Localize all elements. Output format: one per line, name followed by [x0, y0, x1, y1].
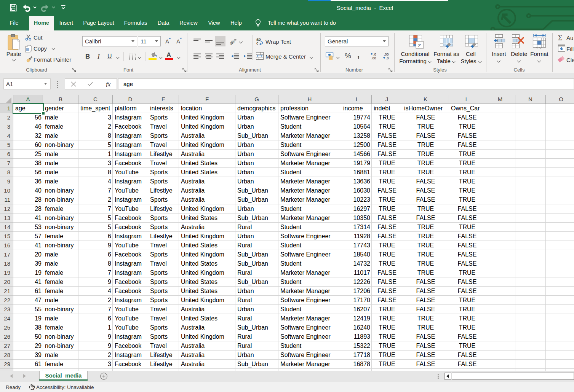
svg-text:?: ? — [32, 386, 35, 391]
svg-text:.00: .00 — [371, 56, 376, 60]
svg-text:c: c — [256, 41, 259, 45]
svg-text:fx: fx — [106, 81, 111, 87]
svg-text:.0: .0 — [373, 53, 376, 56]
svg-text:≠: ≠ — [418, 42, 421, 48]
svg-text:.00: .00 — [384, 53, 389, 56]
